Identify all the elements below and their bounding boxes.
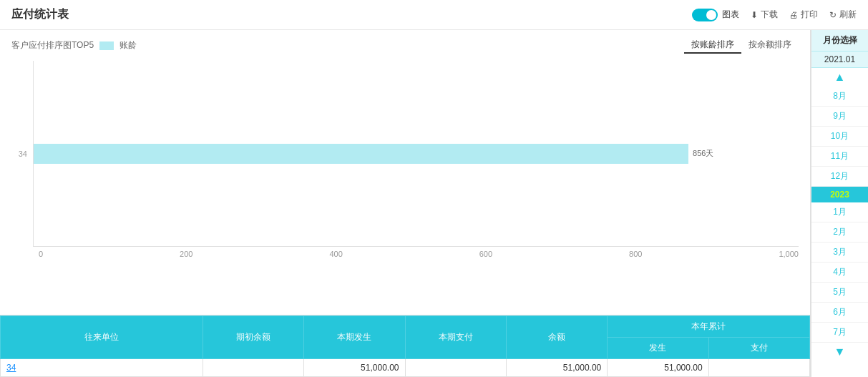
chart-toggle-wrap[interactable]: 图表 [692,9,739,21]
cell-qc-balance [203,359,303,377]
col-ytd-pay-header: 支付 [708,338,809,359]
sidebar-month-12[interactable]: 12月 [811,167,868,187]
col-ytd-occur-header: 发生 [608,338,708,359]
sidebar: 月份选择 2021.01 ▲ 8月 9月 10月 11月 12月 2023 1月… [811,30,868,377]
col-qc-header: 期初余额 [203,316,303,359]
chart-legend: 客户应付排序图TOP5 账龄 [11,39,137,52]
col-balance-header: 余额 [506,316,607,359]
data-table: 往来单位 期初余额 本期发生 本期支付 余额 本年累计 发生 支付 [0,315,810,377]
content-area: 客户应付排序图TOP5 账龄 按账龄排序 按余额排序 34 [0,30,810,377]
table-header-row-1: 往来单位 期初余额 本期发生 本期支付 余额 本年累计 [1,316,810,338]
legend-color-box [99,41,114,50]
sidebar-month-7[interactable]: 7月 [811,323,868,343]
legend-title: 客户应付排序图TOP5 [11,39,94,52]
sidebar-scroll-down[interactable]: ▼ [811,343,868,361]
header-actions: 图表 ⬇ 下载 🖨 打印 ↻ 刷新 [692,9,857,21]
chart-header: 客户应付排序图TOP5 账龄 按账龄排序 按余额排序 [11,37,799,54]
refresh-button[interactable]: ↻ 刷新 [829,9,857,21]
col-occur-header: 本期发生 [304,316,405,359]
sidebar-month-11[interactable]: 11月 [811,147,868,167]
sidebar-month-6[interactable]: 6月 [811,303,868,323]
print-button[interactable]: 🖨 打印 [789,9,818,21]
chart-bar-label-right: 856天 [693,148,713,159]
col-pay-header: 本期支付 [405,316,506,359]
sidebar-month-10[interactable]: 10月 [811,127,868,147]
cell-balance: 51,000.00 [506,359,607,377]
sidebar-year-label: 2023 [811,187,868,202]
col-ytd-header: 本年累计 [608,316,810,338]
download-button[interactable]: ⬇ 下载 [751,9,778,21]
chart-toggle[interactable] [692,9,718,21]
cell-ytd-pay [708,359,809,377]
table-body: 34 51,000.00 51,000.00 51,000.00 [1,359,810,377]
table-row: 34 51,000.00 51,000.00 51,000.00 [1,359,810,377]
sidebar-months: 8月 9月 10月 11月 12月 2023 1月 2月 3月 4月 5月 6月… [811,87,868,343]
main-content: 客户应付排序图TOP5 账龄 按账龄排序 按余额排序 34 [0,30,868,377]
sidebar-month-4[interactable]: 4月 [811,263,868,283]
refresh-icon: ↻ [829,10,837,20]
chart-body: 856天 [33,61,799,247]
sidebar-month-9[interactable]: 9月 [811,107,868,127]
col-unit-header: 往来单位 [1,316,203,359]
legend-label: 账龄 [120,39,137,52]
sidebar-header: 月份选择 [811,30,868,52]
chart-section: 客户应付排序图TOP5 账龄 按账龄排序 按余额排序 34 [0,30,810,315]
chart-bar-row: 856天 [34,144,799,164]
sidebar-month-3[interactable]: 3月 [811,243,868,263]
sort-tab-balance[interactable]: 按余额排序 [741,37,799,54]
table-section: 往来单位 期初余额 本期发生 本期支付 余额 本年累计 发生 支付 [0,315,810,377]
sidebar-nav: ▲ 8月 9月 10月 11月 12月 2023 1月 2月 3月 4月 5月 … [811,68,868,361]
sort-tab-age[interactable]: 按账龄排序 [684,37,741,54]
sidebar-scroll-up[interactable]: ▲ [811,68,868,87]
download-icon: ⬇ [751,10,758,20]
sidebar-month-1[interactable]: 1月 [811,202,868,222]
x-axis: 0 200 400 600 800 1,000 [39,247,799,258]
print-icon: 🖨 [789,10,798,20]
chart-bar-34 [34,144,688,164]
y-axis: 34 [11,61,33,247]
chart-toggle-label: 图表 [722,9,739,21]
table-wrapper: 往来单位 期初余额 本期发生 本期支付 余额 本年累计 发生 支付 [0,315,810,377]
sidebar-month-5[interactable]: 5月 [811,283,868,303]
app-header: 应付统计表 图表 ⬇ 下载 🖨 打印 ↻ 刷新 [0,0,868,30]
chart-inner: 34 856天 [11,61,799,247]
cell-current-pay [405,359,506,377]
sidebar-month-2[interactable]: 2月 [811,222,868,243]
page-title: 应付统计表 [11,7,69,22]
chart-area: 34 856天 0 200 [11,61,799,268]
sidebar-year-month[interactable]: 2021.01 [811,52,868,68]
cell-current-occur: 51,000.00 [304,359,405,377]
cell-unit[interactable]: 34 [1,359,203,377]
cell-ytd-occur: 51,000.00 [608,359,708,377]
sort-tabs: 按账龄排序 按余额排序 [684,37,799,54]
sidebar-month-8[interactable]: 8月 [811,87,868,107]
